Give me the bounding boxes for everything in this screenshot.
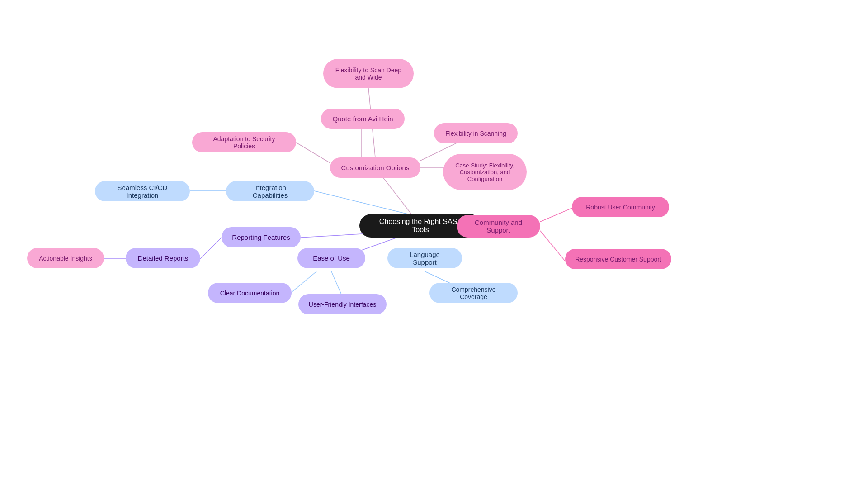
clear-documentation-node[interactable]: Clear Documentation xyxy=(208,283,292,303)
case-study-node[interactable]: Case Study: Flexibility, Customization, … xyxy=(443,154,527,190)
svg-line-17 xyxy=(540,208,572,222)
robust-community-node[interactable]: Robust User Community xyxy=(572,197,669,217)
adaptation-node[interactable]: Adaptation to Security Policies xyxy=(192,132,296,152)
integration-node[interactable]: Integration Capabilities xyxy=(226,181,314,201)
seamless-cicd-node[interactable]: Seamless CI/CD Integration xyxy=(95,181,190,201)
quote-avi-node[interactable]: Quote from Avi Hein xyxy=(321,109,405,129)
actionable-insights-node[interactable]: Actionable Insights xyxy=(27,248,104,268)
svg-line-3 xyxy=(296,143,330,163)
svg-line-13 xyxy=(331,271,342,296)
language-support-node[interactable]: Language Support xyxy=(387,248,462,268)
comprehensive-node[interactable]: Comprehensive Coverage xyxy=(429,283,518,303)
flexibility-scanning-node[interactable]: Flexibility in Scanning xyxy=(434,123,518,143)
community-support-node[interactable]: Community and Support xyxy=(457,215,540,238)
svg-line-12 xyxy=(289,271,316,294)
reporting-node[interactable]: Reporting Features xyxy=(222,227,301,247)
user-friendly-node[interactable]: User-Friendly Interfaces xyxy=(298,294,387,314)
svg-line-18 xyxy=(540,231,565,261)
svg-line-6 xyxy=(314,191,420,217)
detailed-reports-node[interactable]: Detailed Reports xyxy=(126,248,200,268)
responsive-support-node[interactable]: Responsive Customer Support xyxy=(565,249,671,269)
svg-line-9 xyxy=(200,238,222,259)
customization-node[interactable]: Customization Options xyxy=(330,157,420,178)
ease-of-use-node[interactable]: Ease of Use xyxy=(297,248,365,268)
flexibility-scan-node[interactable]: Flexibility to Scan Deep and Wide xyxy=(323,59,414,88)
